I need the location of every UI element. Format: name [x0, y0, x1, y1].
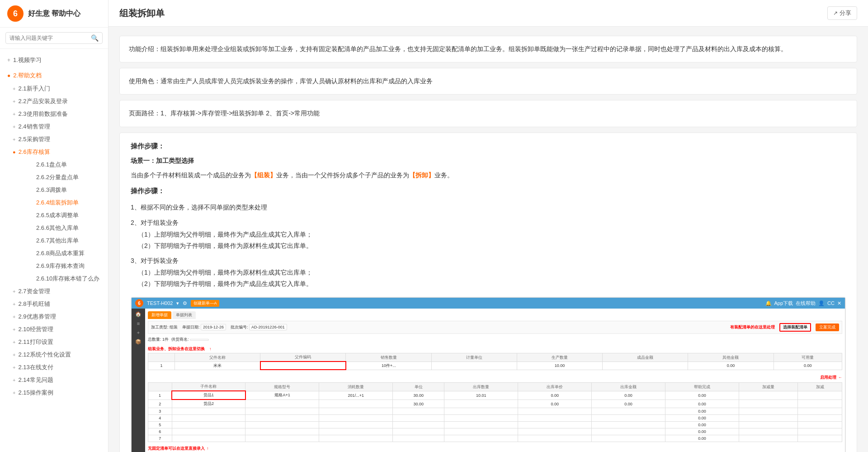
screenshot-mockup: 6 TEST-H002 ▾ ⚙ 创建新单—A 🔔 App下载 在线帮助 👤 CC: [131, 297, 845, 452]
ss-box-icon: 📦: [135, 339, 142, 345]
path-text: 页面路径：1、库存核算->库存管理->组装拆卸单 2、首页->常用功能: [129, 108, 848, 119]
ss-ann2-arrow: ↑: [209, 347, 212, 351]
ss-ann4-arrow: ↑: [207, 446, 209, 451]
plus-icon: +: [13, 377, 15, 383]
steps-section: 操作步骤： 1、根据不同的业务，选择不同单据的类型来处理 2、对于组装业务 （1…: [131, 187, 846, 290]
ss-content: 新增单据 单据列表 加工类型: 组装 单据日期: 2019-12-26: [145, 309, 845, 452]
ss-type-label: 加工类型: 组装: [151, 324, 178, 330]
ss-th2-help: 帮助完成: [665, 383, 739, 391]
nav-sub-docs: + 2.1新手入门 + 2.2产品安装及登录 + 2.3使用前数据准备 + 2.…: [0, 82, 108, 399]
ss-th2-spec: 规格型号: [245, 383, 319, 391]
ss-th2-check: [148, 383, 172, 391]
ss-th2-out-qty: 出库数量: [444, 383, 518, 391]
sidebar-item-newbie[interactable]: + 2.1新手入门: [0, 82, 108, 95]
sidebar-item-cost-recalc[interactable]: 2.6.8商品成本重算: [18, 247, 108, 260]
sidebar-item-assembly[interactable]: 2.6.4组装拆卸单: [18, 196, 108, 209]
sidebar: 6 好生意 帮助中心 🔍 + 1.视频学习 ● 2.帮助文档 + 2.1新手入: [0, 0, 108, 452]
sidebar-item-custom[interactable]: + 2.12系统个性化设置: [0, 348, 108, 361]
ss-th2-child-name: 子件名称: [172, 383, 245, 391]
screenshot-container: 6 TEST-H002 ▾ ⚙ 创建新单—A 🔔 App下载 在线帮助 👤 CC: [131, 297, 846, 452]
sidebar-item-mobile[interactable]: + 2.8手机旺辅: [0, 298, 108, 310]
sidebar-item-cases[interactable]: + 2.15操作案例: [0, 386, 108, 399]
nav-section-2: ● 2.帮助文档 + 2.1新手入门 + 2.2产品安装及登录 + 2.3使用前…: [0, 68, 108, 400]
sidebar-header: 6 好生意 帮助中心: [0, 0, 108, 28]
ss-create-btn[interactable]: 创建新单—A: [191, 300, 219, 307]
ss-tab-list[interactable]: 单据列表: [172, 311, 196, 319]
scene1-title: 场景一：加工类型选择: [131, 157, 846, 165]
ss-ann-btn[interactable]: 选择装配清单: [779, 323, 811, 332]
ss-td-code: [260, 362, 346, 370]
table-row: 3 0.00: [148, 408, 842, 415]
ss-ann2: 组装业务、拆卸业务在这里切换: [148, 347, 205, 351]
sidebar-item-video[interactable]: + 1.视频学习: [0, 53, 108, 67]
ss-date-label: 单据日期: 2019-12-26: [182, 324, 226, 330]
main-panel: 组装拆卸单 ↗ 分享 功能介绍：组装拆卸单用来处理企业组装或拆卸等加工业务，支持…: [108, 0, 868, 452]
plus-icon: +: [13, 327, 15, 332]
ss-help-label: 在线帮助: [796, 300, 816, 307]
ss-th-unit: 计量单位: [431, 353, 517, 362]
ss-ann2-row: 组装业务、拆卸业务在这里切换 ↑: [148, 344, 842, 352]
plus-icon: +: [13, 314, 15, 319]
ss-th-prod-amount: 成品金额: [603, 353, 688, 362]
sidebar-item-transfer[interactable]: 2.6.3调拨单: [18, 184, 108, 196]
sidebar-item-docs[interactable]: ● 2.帮助文档: [0, 69, 108, 82]
intro-block-2: 使用角色：通常由生产人员或库管人员完成拆装业务的操作，库管人员确认原材料的出库和…: [119, 68, 857, 95]
logo-icon: 6: [7, 5, 24, 22]
ss-th2-consume: 消耗数量: [319, 383, 393, 391]
sidebar-item-faq[interactable]: + 2.14常见问题: [0, 374, 108, 386]
sidebar-item-other-out[interactable]: 2.6.7其他出库单: [18, 234, 108, 247]
sidebar-item-other-in[interactable]: 2.6.6其他入库单: [18, 222, 108, 234]
ss-th2-out-price: 出库单价: [518, 383, 592, 391]
sidebar-item-partial-stock[interactable]: 2.6.2分量盘点单: [18, 171, 108, 184]
search-input[interactable]: [9, 35, 91, 41]
sidebar-item-print[interactable]: + 2.11打印设置: [0, 336, 108, 348]
ss-th2-ops: 加减: [798, 383, 842, 391]
minus-icon: ●: [13, 149, 16, 155]
ss-close-icon[interactable]: ✕: [837, 300, 841, 306]
ss-tab-new[interactable]: 新增单据: [148, 311, 171, 319]
content-area: 功能介绍：组装拆卸单用来处理企业组装或拆卸等加工业务，支持有固定装配清单的产品加…: [108, 27, 868, 452]
ss-th2-out-amt: 出库金额: [592, 383, 665, 391]
sidebar-item-install[interactable]: + 2.2产品安装及登录: [0, 95, 108, 108]
sidebar-item-sales[interactable]: + 2.4销售管理: [0, 120, 108, 133]
ss-tabs: 新增单据 单据列表: [148, 311, 842, 319]
sidebar-item-stock-ledger[interactable]: 2.6.9库存账本查询: [18, 260, 108, 272]
sidebar-item-inventory[interactable]: ● 2.6库存核算: [0, 146, 108, 158]
sidebar-item-stock-error[interactable]: 2.6.10库存账本错了么办: [18, 272, 108, 285]
step1: 1、根据不同的业务，选择不同单据的类型来处理: [131, 201, 846, 214]
ss-th-avail: 可用量: [774, 353, 842, 362]
ss-table1-header: 父件名称 父件编码 销售数量 计量单位 生产数量 成品金额 其他金额 可用量: [148, 353, 842, 362]
plus-icon: +: [13, 339, 15, 345]
plus-icon: +: [13, 86, 15, 91]
ss-confirm-btn[interactable]: 立案完成: [816, 324, 839, 331]
ss-icon-bar: 🏠 ≡ + 📦: [132, 309, 145, 452]
search-input-wrap[interactable]: 🔍: [5, 32, 103, 44]
sidebar-item-data-prep[interactable]: + 2.3使用前数据准备: [0, 108, 108, 120]
plus-icon: +: [13, 352, 15, 357]
sidebar-item-coupon[interactable]: + 2.9优惠券管理: [0, 310, 108, 323]
sidebar-item-payment[interactable]: + 2.13在线支付: [0, 361, 108, 374]
ss-titlebar: 6 TEST-H002 ▾ ⚙ 创建新单—A 🔔 App下载 在线帮助 👤 CC: [132, 298, 845, 309]
sidebar-item-purchase[interactable]: + 2.5采购管理: [0, 133, 108, 146]
nav-sub-inventory: 2.6.1盘点单 2.6.2分量盘点单 2.6.3调拨单 2.6.4组装拆卸单 …: [0, 158, 108, 285]
ss-table2-header: 子件名称 规格型号 消耗数量 单位 出库数量 出库单价 出库金额 帮助完成 加减: [148, 383, 842, 391]
sidebar-item-cost-adj[interactable]: 2.6.5成本调整单: [18, 209, 108, 222]
ss-list-icon: ≡: [137, 321, 140, 326]
ss-supplier-input[interactable]: [190, 339, 209, 341]
ss-ann3: 启用处理: [820, 375, 836, 380]
search-icon[interactable]: 🔍: [91, 34, 99, 42]
share-button[interactable]: ↗ 分享: [827, 6, 857, 20]
ss-td-avail: 0.00: [774, 362, 842, 370]
sidebar-item-finance[interactable]: + 2.7资金管理: [0, 285, 108, 298]
plus-icon: +: [13, 111, 15, 117]
intro-block-1: 功能介绍：组装拆卸单用来处理企业组装或拆卸等加工业务，支持有固定装配清单的产品加…: [119, 36, 857, 62]
ss-home-icon: 🏠: [135, 311, 142, 317]
step2-sublist: （1）上部明细为父件明细，最终作为产成品生成其它入库单； （2）下部明细为子件明…: [131, 229, 846, 252]
step3-sub2: （2）下部明细为子件明细，最终作为产成品生成其它入库单。: [138, 278, 846, 290]
sidebar-item-ops[interactable]: + 2.10经营管理: [0, 323, 108, 336]
plus-icon: +: [13, 365, 15, 370]
sidebar-item-stocktake[interactable]: 2.6.1盘点单: [18, 158, 108, 171]
ss-td-name: 米米: [175, 362, 260, 370]
ss-th-prod-qty: 生产数量: [517, 353, 602, 362]
step2-sub2: （2）下部明细为子件明细，最终作为原材料生成其它出库单。: [138, 240, 846, 252]
